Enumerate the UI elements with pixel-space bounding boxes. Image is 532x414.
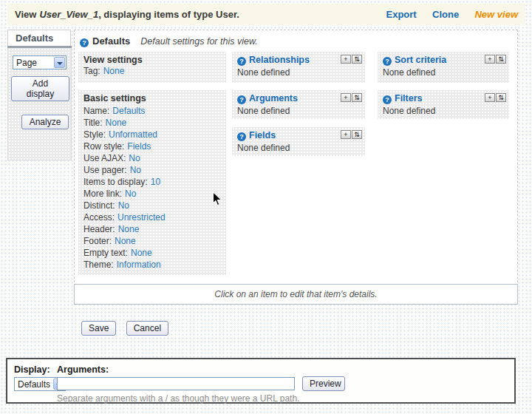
preview-panel: Display: Arguments: Defaults Preview Sep…: [6, 358, 516, 404]
setting-label: Style:: [83, 129, 106, 140]
setting-row: Distinct:No: [83, 200, 221, 211]
edit-hint: Click on an item to edit that item's det…: [74, 284, 518, 305]
bucket-fields: ?Fields +⇅ None defined: [232, 127, 365, 156]
setting-label: Access:: [83, 212, 115, 223]
view-name: User_View_1: [39, 9, 98, 20]
setting-row: Title:None: [83, 117, 221, 129]
setting-row: Empty text:None: [83, 247, 221, 259]
rearrange-icon[interactable]: ⇅: [496, 55, 506, 64]
setting-label: Theme:: [83, 259, 114, 270]
title-suffix: , displaying items of type User.: [98, 9, 239, 20]
add-icon[interactable]: +: [341, 93, 351, 102]
empty-text: None defined: [237, 106, 360, 116]
export-link[interactable]: Export: [386, 9, 416, 20]
bucket-view-settings: View settings Tag:None: [78, 52, 226, 83]
help-icon[interactable]: ?: [383, 95, 392, 104]
bucket-relationships: ?Relationships +⇅ None defined: [232, 52, 365, 83]
help-icon[interactable]: ?: [237, 57, 246, 66]
bucket-arguments: ?Arguments +⇅ None defined: [232, 90, 365, 119]
help-icon[interactable]: ?: [383, 57, 392, 66]
setting-row: Header:None: [83, 223, 221, 235]
tag-setting-link[interactable]: None: [103, 66, 125, 76]
help-icon[interactable]: ?: [237, 132, 246, 141]
display-type-select[interactable]: Page: [13, 55, 66, 69]
setting-row: Items to display:10: [83, 176, 221, 188]
bucket-basic-settings: Basic settings Name:Defaults Title:None …: [78, 90, 226, 275]
use-pager-setting-link[interactable]: No: [130, 165, 141, 175]
title-setting-link[interactable]: None: [106, 118, 127, 128]
add-icon[interactable]: +: [485, 93, 495, 102]
relationships-title-link[interactable]: Relationships: [249, 55, 310, 65]
arguments-label: Arguments:: [57, 364, 109, 375]
setting-row: Style:Unformatted: [83, 129, 221, 140]
setting-row: More link:No: [83, 188, 221, 200]
main-heading-description: Default settings for this view.: [140, 36, 257, 47]
style-setting-link[interactable]: Unformatted: [109, 129, 157, 140]
setting-label: Tag:: [83, 66, 100, 76]
sort-criteria-title-link[interactable]: Sort criteria: [395, 55, 446, 65]
help-icon[interactable]: ?: [237, 95, 246, 104]
save-button[interactable]: Save: [81, 321, 116, 336]
bucket-ops: +⇅: [484, 93, 506, 104]
arguments-help-text: Separate arguments with a / as though th…: [57, 393, 299, 404]
chevron-down-icon[interactable]: [54, 57, 65, 68]
header-links: Export Clone New view: [372, 9, 518, 20]
bucket-ops: +⇅: [484, 55, 506, 65]
rearrange-icon[interactable]: ⇅: [352, 93, 362, 102]
footer-setting-link[interactable]: None: [115, 236, 136, 246]
use-ajax-setting-link[interactable]: No: [129, 153, 140, 163]
rearrange-icon[interactable]: ⇅: [352, 55, 362, 64]
arguments-title-link[interactable]: Arguments: [249, 93, 298, 104]
setting-label: Items to display:: [83, 177, 148, 187]
display-label: Display:: [14, 364, 50, 375]
setting-label: Empty text:: [83, 248, 128, 258]
setting-label: Use AJAX:: [83, 153, 126, 163]
filters-title-link[interactable]: Filters: [395, 93, 423, 104]
setting-row: Footer:None: [83, 235, 221, 247]
header-strip: ViewUser_View_1, displaying items of typ…: [7, 4, 525, 24]
more-link-setting-link[interactable]: No: [125, 189, 136, 199]
distinct-setting-link[interactable]: No: [118, 200, 129, 211]
row-style-setting-link[interactable]: Fields: [127, 141, 151, 152]
access-setting-link[interactable]: Unrestricted: [117, 212, 166, 223]
theme-setting-link[interactable]: Information: [117, 259, 161, 270]
new-view-link[interactable]: New view: [474, 9, 518, 20]
bucket-ops: +⇅: [340, 55, 362, 65]
empty-text: None defined: [237, 67, 360, 78]
display-settings-region: ?DefaultsDefault settings for this view.…: [74, 30, 518, 305]
rearrange-icon[interactable]: ⇅: [496, 93, 506, 102]
setting-label: Distinct:: [83, 200, 115, 211]
cancel-button[interactable]: Cancel: [126, 321, 168, 336]
empty-text-setting-link[interactable]: None: [131, 248, 152, 258]
setting-label: Footer:: [83, 236, 112, 246]
add-display-button[interactable]: Add display: [11, 76, 69, 101]
title-prefix: View: [15, 9, 36, 20]
bucket-filters: ?Filters +⇅ None defined: [378, 90, 509, 119]
preview-display-value: Defaults: [18, 379, 50, 390]
preview-button[interactable]: Preview: [302, 376, 345, 391]
main-heading: ?DefaultsDefault settings for this view.: [80, 35, 258, 47]
setting-label: More link:: [83, 189, 122, 199]
fields-title-link[interactable]: Fields: [249, 130, 276, 140]
rearrange-icon[interactable]: ⇅: [352, 130, 362, 139]
bucket-title: Basic settings: [83, 93, 221, 104]
name-setting-link[interactable]: Defaults: [112, 106, 145, 116]
add-icon[interactable]: +: [341, 55, 351, 64]
items-to-display-setting-link[interactable]: 10: [151, 177, 160, 187]
empty-text: None defined: [383, 106, 504, 116]
main-heading-title: Defaults: [92, 35, 130, 47]
setting-label: Use pager:: [83, 165, 127, 175]
add-icon[interactable]: +: [485, 55, 495, 64]
setting-row: Use pager:No: [83, 164, 221, 176]
add-icon[interactable]: +: [341, 130, 351, 139]
setting-label: Header:: [83, 224, 115, 234]
arguments-input[interactable]: [57, 377, 295, 390]
page-title: ViewUser_View_1, displaying items of typ…: [15, 9, 239, 20]
analyze-button[interactable]: Analyze: [21, 115, 69, 129]
tab-defaults[interactable]: Defaults: [7, 30, 71, 46]
help-icon[interactable]: ?: [80, 38, 89, 47]
setting-row: Tag:None: [83, 65, 221, 77]
setting-row: Theme:Information: [83, 259, 221, 271]
clone-link[interactable]: Clone: [432, 9, 459, 20]
header-setting-link[interactable]: None: [118, 224, 140, 234]
